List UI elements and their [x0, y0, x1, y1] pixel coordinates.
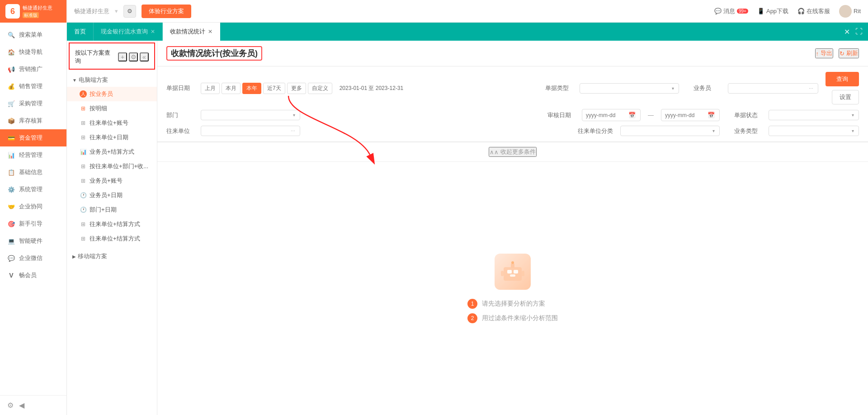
avatar-image: [839, 5, 852, 18]
scheme-salesperson-date[interactable]: 🕐 业务员+日期: [67, 188, 157, 203]
sidebar-item-search[interactable]: 🔍 搜索菜单: [0, 26, 66, 43]
doc-status-select[interactable]: ▾: [769, 110, 859, 120]
sidebar-nav: 🔍 搜索菜单 🏠 快捷导航 📢 营销推广 💰 销售管理 🛒 采购管理 📦: [0, 23, 66, 395]
user-avatar[interactable]: Rit: [839, 5, 861, 18]
tab-close-btn[interactable]: ✕: [844, 28, 850, 36]
partner-label: 往来单位: [166, 127, 193, 135]
online-service-action[interactable]: 🎧 在线客服: [797, 7, 830, 15]
salesperson-arrow: ⋯: [809, 86, 813, 91]
review-end-field[interactable]: [665, 112, 706, 118]
corp-icon: 🤝: [7, 203, 15, 211]
sidebar-item-finance[interactable]: 💳 资金管理: [0, 129, 66, 146]
scheme-settings-button[interactable]: ⚙: [129, 52, 138, 61]
sidebar-logo: 6 畅捷通好生意 标准版: [0, 0, 66, 23]
step-1-num: 1: [467, 299, 477, 309]
messages-action[interactable]: 💬 消息 99+: [714, 7, 748, 15]
tab-fullscreen-btn[interactable]: ⛶: [855, 28, 863, 36]
app-download-action[interactable]: 📱 App下载: [757, 7, 788, 15]
top-header: 畅捷通好生意 ▾ ⚙ 体验行业方案 💬 消息 99+ 📱 App下载 🎧 在线客…: [67, 0, 868, 23]
date-btn-this-year[interactable]: 本年: [242, 83, 261, 94]
sidebar-item-inventory[interactable]: 📦 库存核算: [0, 112, 66, 129]
sidebar-item-system[interactable]: ⚙️ 系统管理: [0, 181, 66, 198]
scheme-partner-dept-collect[interactable]: ⊞ 按往来单位+部门+收...: [67, 159, 157, 174]
tab-receipt-stats[interactable]: 收款情况统计 ✕: [163, 23, 220, 41]
export-icon: ↑: [816, 50, 819, 57]
sidebar-item-purchase[interactable]: 🛒 采购管理: [0, 95, 66, 112]
date-btn-last-7[interactable]: 近7天: [263, 83, 285, 94]
salesperson-label: 业务员: [693, 84, 721, 92]
scheme-salesperson-settle[interactable]: 📊 业务员+结算方式: [67, 145, 157, 159]
partner-category-select[interactable]: ▾: [620, 126, 720, 136]
review-date-end-input[interactable]: 📅: [661, 109, 720, 121]
scheme-dept-date[interactable]: 🕐 部门+日期: [67, 203, 157, 217]
sidebar-item-basic[interactable]: 📋 基础信息: [0, 164, 66, 181]
refresh-button[interactable]: ↻ 刷新: [839, 48, 859, 58]
tab-receipt-stats-close[interactable]: ✕: [208, 28, 212, 35]
footer-settings-icon[interactable]: ⚙: [7, 401, 14, 410]
salesperson-select[interactable]: ⋯: [728, 83, 818, 94]
doc-type-select[interactable]: ▾: [580, 83, 679, 94]
add-scheme-button[interactable]: +: [118, 52, 127, 61]
filter-area: 单据日期 上月 本月 本年 近7天 更多 自定义 2023-01-01 至: [157, 66, 868, 142]
sidebar-item-sales[interactable]: 💰 销售管理: [0, 78, 66, 95]
tab-bar-end: ✕ ⛶: [839, 23, 868, 41]
scheme-salesperson-account[interactable]: ⊞ 业务员+账号: [67, 174, 157, 188]
review-date-start-input[interactable]: 📅: [582, 109, 641, 121]
date-btn-this-month[interactable]: 本月: [222, 83, 241, 94]
sidebar-item-hardware[interactable]: 💻 智能硬件: [0, 232, 66, 250]
header-settings-button[interactable]: ⚙: [123, 5, 136, 18]
trial-button[interactable]: 体验行业方案: [142, 5, 191, 18]
tab-bank-flow-close[interactable]: ✕: [151, 28, 155, 35]
partner-date-icon: ⊞: [80, 134, 87, 141]
partner-select[interactable]: ⋯: [201, 126, 300, 136]
calendar-icon-2: 📅: [708, 112, 715, 118]
sidebar: 6 畅捷通好生意 标准版 🔍 搜索菜单 🏠 快捷导航 📢 营销推广 💰: [0, 0, 67, 415]
filter-row-2: 部门 ▾ 审核日期 📅 —: [166, 109, 859, 121]
robot-illustration: [499, 258, 526, 285]
footer-collapse-icon[interactable]: ◀: [19, 401, 24, 410]
date-btn-custom[interactable]: 自定义: [308, 83, 332, 94]
desktop-group-header[interactable]: ▼ 电脑端方案: [67, 73, 157, 87]
scheme-partner-settle2[interactable]: ⊞ 往来单位+结算方式: [67, 231, 157, 246]
sidebar-item-corp[interactable]: 🤝 企业协同: [0, 198, 66, 215]
biz-type-select[interactable]: ▾: [769, 126, 859, 136]
query-button[interactable]: 查询: [826, 72, 859, 86]
scheme-partner-account[interactable]: ⊞ 往来单位+账号: [67, 116, 157, 130]
doc-type-arrow: ▾: [672, 86, 674, 91]
scheme-partner-date[interactable]: ⊞ 往来单位+日期: [67, 130, 157, 145]
tab-bank-flow[interactable]: 现金银行流水查询 ✕: [94, 23, 163, 41]
scheme-by-salesperson[interactable]: 人 按业务员: [67, 87, 157, 101]
date-range-display: 2023-01-01 至 2023-12-31: [340, 85, 403, 92]
guide-icon: 🎯: [7, 220, 15, 228]
collapse-icon: ∧∧: [490, 149, 499, 156]
export-button[interactable]: ↑ 导出: [815, 48, 834, 58]
dept-date-icon: 🕐: [80, 206, 87, 213]
scheme-partner-settle1[interactable]: ⊞ 往来单位+结算方式: [67, 217, 157, 231]
date-btn-more[interactable]: 更多: [287, 83, 306, 94]
tab-home[interactable]: 首页: [67, 23, 94, 41]
salesperson-settle-icon: 📊: [80, 148, 87, 156]
sidebar-item-marketing[interactable]: 📢 营销推广: [0, 61, 66, 78]
filter-row-3: 往来单位 ⋯ 往来单位分类 ▾ 业务类型: [166, 126, 859, 136]
sidebar-item-member[interactable]: V 畅会员: [0, 267, 66, 284]
review-start-field[interactable]: [586, 112, 627, 118]
scheme-by-detail[interactable]: ⊞ 按明细: [67, 101, 157, 116]
sidebar-item-quick-nav[interactable]: 🏠 快捷导航: [0, 43, 66, 61]
inventory-icon: 📦: [7, 117, 15, 125]
svg-rect-3: [514, 270, 518, 274]
svg-rect-1: [504, 267, 522, 281]
date-btn-last-month[interactable]: 上月: [201, 83, 220, 94]
step-2-num: 2: [467, 313, 477, 323]
hardware-icon: 💻: [7, 237, 15, 245]
user-name: Rit: [854, 8, 861, 14]
sidebar-item-wechat[interactable]: 💬 企业微信: [0, 250, 66, 267]
settings-button[interactable]: 设置: [832, 90, 859, 104]
mobile-group-header[interactable]: ▶ 移动端方案: [67, 250, 157, 263]
sidebar-item-guide[interactable]: 🎯 新手引导: [0, 215, 66, 232]
sidebar-item-operations[interactable]: 📊 经营管理: [0, 146, 66, 164]
collapse-panel-button[interactable]: «: [140, 52, 149, 61]
dept-select[interactable]: ▾: [201, 110, 300, 120]
collapse-button[interactable]: ∧∧ 收起更多条件: [489, 147, 537, 157]
detail-scheme-icon: ⊞: [80, 105, 87, 112]
doc-status-label: 单据状态: [734, 111, 761, 119]
